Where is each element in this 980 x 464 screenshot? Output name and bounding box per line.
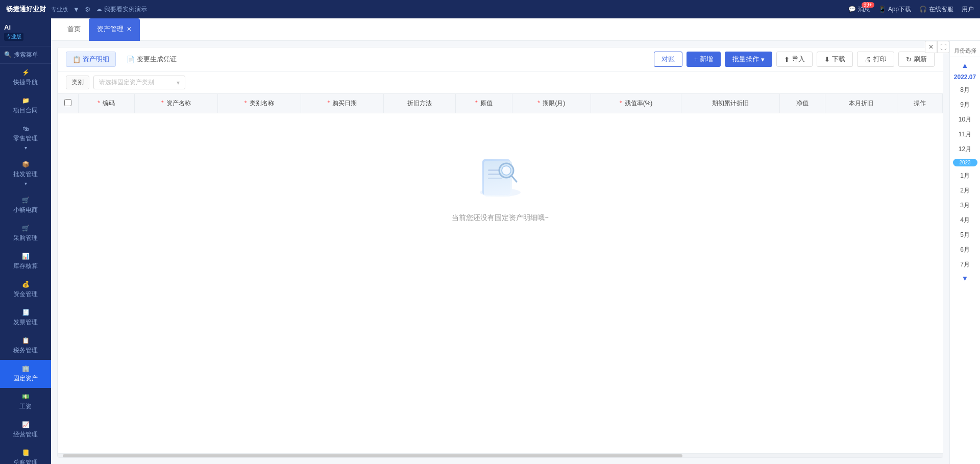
sidebar: Ai 专业版 🔍 搜索菜单 ⚡ 快捷导航 📁 项目合同 🛍 零售管理 ▾ 📦 批…: [0, 18, 51, 464]
month-item-2023-2[interactable]: 2月: [953, 184, 977, 198]
empty-illustration: [470, 144, 531, 205]
content-area: 首页 资产管理 ✕ 📋 资产明细 📄: [51, 18, 980, 464]
change-voucher-icon: 📄: [127, 56, 135, 63]
bottom-scrollbar[interactable]: [58, 453, 943, 457]
demo-link[interactable]: ☁ 我要看实例演示: [96, 5, 147, 14]
sub-tab-change-voucher[interactable]: 📄 变更生成凭证: [120, 52, 183, 67]
month-down-nav[interactable]: ▼: [962, 272, 969, 284]
batch-dropdown-icon: ▾: [761, 56, 765, 63]
retail-arrow-icon: ▾: [24, 145, 27, 151]
user-avatar[interactable]: 用户: [962, 5, 974, 14]
top-bar-right: 💬 消息 99+ 📱 App下载 🎧 在线客服 用户: [848, 5, 974, 14]
sidebar-item-fixed-assets[interactable]: 🏢 固定资产: [0, 360, 51, 388]
tab-home[interactable]: 首页: [59, 18, 89, 41]
message-button[interactable]: 💬 消息 99+: [848, 5, 870, 14]
add-button[interactable]: + 新增: [687, 52, 721, 67]
sidebar-item-purchase[interactable]: 🛒 采购管理: [0, 219, 51, 248]
category-select[interactable]: 请选择固定资产类别 ▾: [93, 76, 185, 89]
month-item-2023-1[interactable]: 1月: [953, 169, 977, 183]
print-icon: 🖨: [865, 56, 871, 63]
month-item-2023-4[interactable]: 4月: [953, 213, 977, 227]
cloud-icon: ☁: [96, 6, 102, 13]
settings-icon[interactable]: ⚙: [85, 6, 91, 13]
month-up-nav[interactable]: ▲: [962, 59, 969, 71]
refresh-icon: ↻: [906, 56, 912, 63]
month-item-9[interactable]: 9月: [953, 98, 977, 112]
service-button[interactable]: 🎧 在线客服: [919, 5, 953, 14]
current-year-label[interactable]: 2022.07: [954, 71, 976, 83]
import-button[interactable]: ⬆ 导入: [776, 52, 813, 67]
user-name: 用户: [962, 5, 974, 14]
search-icon: 🔍: [4, 51, 12, 58]
sidebar-item-payroll[interactable]: 💵 工资: [0, 388, 51, 416]
sidebar-search[interactable]: 🔍 搜索菜单: [0, 46, 51, 64]
month-item-11[interactable]: 11月: [953, 128, 977, 141]
th-residual-rate: * 残值率(%): [591, 94, 681, 113]
month-item-2023-5[interactable]: 5月: [953, 228, 977, 242]
th-checkbox: [58, 94, 78, 113]
message-badge: 99+: [862, 2, 874, 8]
expand-panel-button[interactable]: ⛶: [937, 41, 949, 53]
sidebar-item-ledger[interactable]: 📒 总账管理: [0, 444, 51, 464]
fixed-assets-icon: 🏢: [22, 365, 30, 372]
tab-close-icon[interactable]: ✕: [127, 26, 132, 33]
sidebar-logo: Ai 专业版: [0, 18, 51, 46]
sidebar-item-operations[interactable]: 📈 经营管理: [0, 416, 51, 444]
th-code: * 编码: [78, 94, 135, 113]
sidebar-item-invoice[interactable]: 🧾 发票管理: [0, 304, 51, 332]
tax-icon: 📋: [22, 337, 30, 344]
month-item-2023-3[interactable]: 3月: [953, 199, 977, 212]
wholesale-icon: 📦: [22, 161, 30, 168]
asset-detail-icon: 📋: [72, 56, 81, 63]
th-net-value: 净值: [780, 94, 825, 113]
table-container: * 编码 * 资产名称 * 类别名称: [58, 94, 943, 453]
reconcile-button[interactable]: 对账: [654, 52, 682, 67]
company-dropdown-icon[interactable]: ▼: [73, 6, 80, 13]
close-panel-button[interactable]: ✕: [925, 41, 937, 53]
filter-row: 类别 请选择固定资产类别 ▾: [58, 71, 943, 94]
month-item-12[interactable]: 12月: [953, 142, 977, 156]
sidebar-item-inventory[interactable]: 📊 库存核算: [0, 248, 51, 276]
print-button[interactable]: 🖨 打印: [857, 52, 894, 67]
month-item-8[interactable]: 8月: [953, 83, 977, 97]
main-layout: Ai 专业版 🔍 搜索菜单 ⚡ 快捷导航 📁 项目合同 🛍 零售管理 ▾ 📦 批…: [0, 18, 980, 464]
refresh-button[interactable]: ↻ 刷新: [898, 52, 935, 67]
download-button[interactable]: ⬇ 下载: [817, 52, 853, 67]
month-item-10[interactable]: 10月: [953, 113, 977, 127]
th-original-value: * 原值: [456, 94, 512, 113]
sub-tab-asset-detail[interactable]: 📋 资产明细: [66, 52, 116, 67]
svg-line-8: [511, 176, 517, 182]
finance-icon: 💰: [22, 281, 30, 288]
svg-rect-4: [488, 174, 500, 175]
th-purchase-date: * 购买日期: [301, 94, 384, 113]
sidebar-item-retail[interactable]: 🛍 零售管理 ▾: [0, 120, 51, 156]
top-bar-left: 畅捷通好业财 专业版 ▼ ⚙ ☁ 我要看实例演示: [6, 5, 147, 14]
tab-bar: 首页 资产管理 ✕: [51, 18, 980, 41]
sub-tabs-right: 对账 + 新增 批量操作 ▾ ⬆ 导入 ⬇ 下载: [654, 52, 935, 67]
sidebar-logo-sub: 专业版: [4, 33, 23, 41]
sidebar-item-tax[interactable]: 📋 税务管理: [0, 332, 51, 360]
sidebar-item-finance[interactable]: 💰 资金管理: [0, 276, 51, 304]
category-dropdown-icon: ▾: [177, 79, 180, 86]
empty-text: 当前您还没有固定资产明细哦~: [452, 213, 549, 223]
app-download-button[interactable]: 📱 App下载: [878, 5, 911, 14]
category-label: 类别: [66, 76, 89, 89]
nav-icon: ⚡: [22, 69, 30, 76]
th-operation: 操作: [897, 94, 942, 113]
sub-tabs-left: 📋 资产明细 📄 变更生成凭证: [66, 52, 183, 67]
sub-tabs-toolbar: 📋 资产明细 📄 变更生成凭证 对账 + 新增 批量操作 ▾: [58, 47, 943, 71]
select-all-checkbox[interactable]: [64, 99, 71, 106]
sidebar-item-wholesale[interactable]: 📦 批发管理 ▾: [0, 156, 51, 191]
app-edition: 专业版: [51, 6, 68, 13]
page-content: 📋 资产明细 📄 变更生成凭证 对账 + 新增 批量操作 ▾: [51, 41, 980, 464]
sidebar-item-project[interactable]: 📁 项目合同: [0, 92, 51, 120]
batch-button[interactable]: 批量操作 ▾: [725, 52, 772, 67]
month-item-2023-6[interactable]: 6月: [953, 243, 977, 257]
svg-point-9: [503, 167, 506, 170]
th-accumulated-depreciation: 期初累计折旧: [681, 94, 780, 113]
month-item-2023-7[interactable]: 7月: [953, 258, 977, 272]
inventory-icon: 📊: [22, 253, 30, 260]
tab-asset-mgmt[interactable]: 资产管理 ✕: [89, 18, 140, 41]
sidebar-item-nav[interactable]: ⚡ 快捷导航: [0, 64, 51, 92]
sidebar-item-ecommerce[interactable]: 🛒 小畅电商: [0, 191, 51, 219]
